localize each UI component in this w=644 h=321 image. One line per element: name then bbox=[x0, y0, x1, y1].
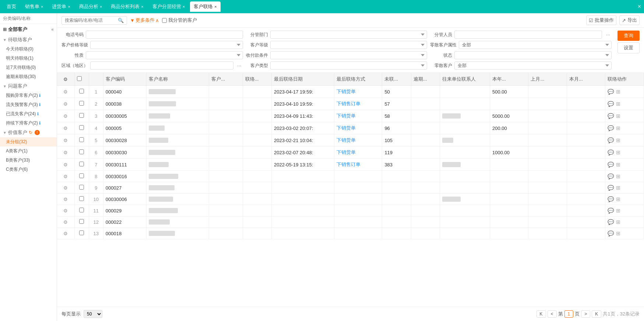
row-checkbox[interactable] bbox=[79, 125, 84, 130]
manager-dots-button[interactable]: ··· bbox=[604, 32, 612, 38]
last-contact-link[interactable]: 下销货单 bbox=[337, 125, 356, 131]
td-checkbox[interactable] bbox=[74, 86, 89, 98]
td-gear[interactable]: ⚙ bbox=[57, 182, 74, 194]
refresh-icon[interactable]: ↻ bbox=[29, 130, 32, 135]
td-gear[interactable]: ⚙ bbox=[57, 147, 74, 159]
region-dots-button[interactable]: ··· bbox=[236, 63, 243, 68]
td-gear[interactable]: ⚙ bbox=[57, 86, 74, 98]
sidebar-item-today-pending[interactable]: 今天待联络(0) bbox=[0, 45, 57, 54]
nav-tab-product-analysis-list[interactable]: 商品分析列表 × bbox=[107, 1, 147, 12]
row-checkbox[interactable] bbox=[79, 196, 84, 201]
sidebar-item-lost[interactable]: 已流失客户(24) ℹ bbox=[0, 109, 57, 119]
customer-level-select[interactable] bbox=[270, 41, 427, 49]
sidebar-item-declining[interactable]: 持续下滑客户(2) ℹ bbox=[0, 119, 57, 128]
chat-icon[interactable]: 💬 bbox=[608, 113, 614, 119]
search-icon[interactable]: 🔍 bbox=[118, 18, 124, 23]
chat-icon[interactable]: 💬 bbox=[608, 219, 614, 225]
price-level-select[interactable] bbox=[90, 41, 243, 49]
grid-action-icon[interactable]: ⊞ bbox=[616, 89, 620, 95]
td-checkbox[interactable] bbox=[74, 98, 89, 110]
td-gear[interactable]: ⚙ bbox=[57, 205, 74, 216]
chat-icon[interactable]: 💬 bbox=[608, 89, 614, 95]
sidebar-all-customers[interactable]: ⊞ 全部客户 « bbox=[0, 24, 57, 35]
sidebar-item-churn-warning[interactable]: 流失预警客户(3) ℹ bbox=[0, 100, 57, 109]
prev-page-button[interactable]: < bbox=[548, 310, 557, 318]
nav-tab-sales[interactable]: 销售单 × bbox=[21, 1, 47, 12]
status-select[interactable] bbox=[454, 51, 612, 59]
td-checkbox[interactable] bbox=[74, 216, 89, 228]
nav-tab-home[interactable]: 首页 bbox=[3, 1, 20, 12]
td-checkbox[interactable] bbox=[74, 205, 89, 216]
td-gear[interactable]: ⚙ bbox=[57, 228, 74, 239]
row-checkbox[interactable] bbox=[79, 137, 84, 142]
sidebar-item-class-a[interactable]: A类客户(1) bbox=[0, 147, 57, 156]
sales-tab-close[interactable]: × bbox=[41, 4, 43, 9]
select-all-checkbox[interactable] bbox=[77, 76, 82, 81]
sidebar-collapse-button[interactable]: « bbox=[51, 27, 54, 32]
nav-tab-customer-segment[interactable]: 客户分层经营 × bbox=[149, 1, 189, 12]
td-gear[interactable]: ⚙ bbox=[57, 98, 74, 110]
customer-type-select[interactable] bbox=[270, 61, 427, 70]
sidebar-section-value[interactable]: ▼ 价值客户 ↻ ! bbox=[0, 128, 57, 137]
th-checkbox[interactable] bbox=[74, 73, 89, 86]
td-checkbox[interactable] bbox=[74, 182, 89, 194]
sidebar-section-problem[interactable]: ▼ 问题客户 bbox=[0, 81, 57, 91]
grid-action-icon[interactable]: ⊞ bbox=[616, 149, 620, 155]
export-button[interactable]: ↗ 导出 bbox=[619, 15, 640, 25]
last-contact-link[interactable]: 下销货单 bbox=[337, 137, 356, 143]
last-contact-link[interactable]: 下销货单 bbox=[337, 89, 356, 94]
customer-segment-tab-close[interactable]: × bbox=[183, 4, 185, 9]
grid-action-icon[interactable]: ⊞ bbox=[616, 101, 620, 107]
td-checkbox[interactable] bbox=[74, 228, 89, 239]
my-customers-checkbox-wrapper[interactable]: 我分管的客户 bbox=[162, 17, 197, 24]
grid-action-icon[interactable]: ⊞ bbox=[616, 208, 620, 214]
sidebar-item-7days-pending[interactable]: 近7天待联络(0) bbox=[0, 63, 57, 72]
td-gear[interactable]: ⚙ bbox=[57, 134, 74, 147]
sidebar-section-pending[interactable]: ▼ 待联络客户 bbox=[0, 35, 57, 45]
next-page-button[interactable]: > bbox=[581, 310, 590, 318]
chat-icon[interactable]: 💬 bbox=[608, 137, 614, 143]
chat-icon[interactable]: 💬 bbox=[608, 173, 614, 179]
row-checkbox[interactable] bbox=[79, 173, 84, 178]
last-contact-link[interactable]: 下销货单 bbox=[337, 113, 356, 119]
chat-icon[interactable]: 💬 bbox=[608, 125, 614, 131]
purchase-tab-close[interactable]: × bbox=[68, 4, 70, 9]
chat-icon[interactable]: 💬 bbox=[608, 230, 614, 236]
payment-select[interactable] bbox=[270, 51, 427, 59]
retail-customer-select[interactable]: 全部 bbox=[454, 61, 612, 70]
td-checkbox[interactable] bbox=[74, 134, 89, 147]
grid-action-icon[interactable]: ⊞ bbox=[616, 185, 620, 191]
grid-action-icon[interactable]: ⊞ bbox=[616, 219, 620, 225]
product-analysis-list-tab-close[interactable]: × bbox=[141, 4, 143, 9]
dept-select[interactable] bbox=[270, 31, 427, 39]
grid-action-icon[interactable]: ⊞ bbox=[616, 113, 620, 119]
sidebar-item-overdue-pending[interactable]: 逾期未联络(30) bbox=[0, 72, 57, 81]
nav-tab-product-analysis[interactable]: 商品分析 × bbox=[75, 1, 106, 12]
row-checkbox[interactable] bbox=[79, 185, 84, 190]
chat-icon[interactable]: 💬 bbox=[608, 208, 614, 214]
grid-action-icon[interactable]: ⊞ bbox=[616, 173, 620, 179]
grid-action-icon[interactable]: ⊞ bbox=[616, 137, 620, 143]
batch-operations-button[interactable]: ☑ 批量操作 bbox=[586, 15, 616, 25]
first-page-button[interactable]: K bbox=[536, 310, 546, 318]
window-close-button[interactable]: × bbox=[638, 3, 641, 10]
last-page-button[interactable]: K bbox=[592, 310, 601, 318]
td-gear[interactable]: ⚙ bbox=[57, 194, 74, 205]
chat-icon[interactable]: 💬 bbox=[608, 196, 614, 202]
td-gear[interactable]: ⚙ bbox=[57, 110, 74, 122]
last-contact-link[interactable]: 下销货单 bbox=[337, 149, 356, 155]
td-checkbox[interactable] bbox=[74, 159, 89, 171]
td-checkbox[interactable] bbox=[74, 147, 89, 159]
grid-action-icon[interactable]: ⊞ bbox=[616, 162, 620, 167]
td-checkbox[interactable] bbox=[74, 194, 89, 205]
row-checkbox[interactable] bbox=[79, 230, 84, 235]
my-customers-checkbox[interactable] bbox=[162, 18, 167, 23]
row-checkbox[interactable] bbox=[79, 208, 84, 212]
chat-icon[interactable]: 💬 bbox=[608, 185, 614, 191]
row-checkbox[interactable] bbox=[79, 113, 84, 118]
product-analysis-tab-close[interactable]: × bbox=[100, 4, 102, 9]
td-gear[interactable]: ⚙ bbox=[57, 216, 74, 228]
td-gear[interactable]: ⚙ bbox=[57, 159, 74, 171]
per-page-select[interactable]: 50 100 bbox=[84, 310, 102, 318]
chat-icon[interactable]: 💬 bbox=[608, 162, 614, 167]
